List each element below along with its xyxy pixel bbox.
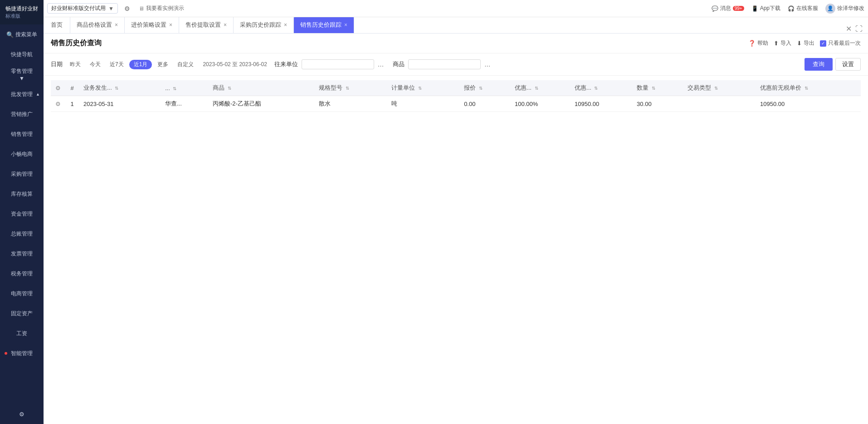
message-btn[interactable]: 💬 消息 99+ [712, 5, 744, 12]
sidebar-item-purchase[interactable]: 采购管理 [0, 164, 44, 184]
query-button[interactable]: 查询 [805, 58, 833, 71]
sidebar-item-tax[interactable]: 税务管理 [0, 264, 44, 284]
demo-label: 我要看实例演示 [146, 5, 184, 12]
online-service-btn[interactable]: 🎧 在线客服 [788, 5, 818, 12]
message-label: 消息 [720, 5, 731, 12]
import-icon: ⬆ [774, 40, 779, 47]
user-name: 徐泽华修改 [837, 5, 864, 12]
row-product: 丙烯酸-2-乙基己酯 [208, 96, 314, 112]
settings-button[interactable]: 设置 [835, 58, 861, 71]
col-discount1[interactable]: 优惠... ⇅ [510, 80, 570, 96]
sort-icon: ⇅ [115, 86, 118, 91]
partner-input[interactable] [302, 59, 374, 69]
sidebar-item-marketing[interactable]: 营销推广 [0, 104, 44, 124]
sidebar-item-label: 资金管理 [11, 210, 33, 218]
page-content: 销售历史价查询 ❓ 帮助 ⬆ 导入 ⬇ 导出 ✓ 只看最后一次 [44, 34, 868, 424]
sidebar-item-inventory[interactable]: 库存核算 [0, 184, 44, 204]
tab-purchase-history[interactable]: 采购历史价跟踪 × [234, 17, 294, 33]
partner-filter-group: 往来单位 ... [274, 59, 385, 69]
page-title: 销售历史价查询 [51, 39, 102, 48]
product-input[interactable] [408, 59, 481, 69]
row-trade-type [683, 96, 756, 112]
tab-close-icon[interactable]: × [344, 22, 347, 28]
tab-purchase-strategy[interactable]: 进价策略设置 × [125, 17, 179, 33]
app-download-label: App下载 [760, 5, 780, 12]
tab-label: 进价策略设置 [131, 21, 166, 29]
sidebar-item-label: 采购管理 [11, 170, 33, 178]
export-btn[interactable]: ⬇ 导出 [797, 39, 814, 47]
col-quantity[interactable]: 数量 ⇅ [632, 80, 683, 96]
partner-picker-btn[interactable]: ... [376, 60, 385, 68]
sort-icon: ⇅ [805, 86, 808, 91]
sidebar-item-sales[interactable]: 销售管理 [0, 124, 44, 144]
row-biz-date: 2023-05-31 [79, 96, 161, 112]
sidebar-item-quick-nav[interactable]: 快捷导航 [0, 44, 44, 64]
version-selector[interactable]: 好业财标准版交付试用 ▼ [47, 3, 118, 14]
sidebar-item-label: 零售管理 [11, 67, 33, 75]
product-label: 商品 [393, 60, 405, 68]
col-gear[interactable]: ⚙ [51, 80, 65, 96]
product-picker-btn[interactable]: ... [483, 60, 492, 68]
sidebar-item-ledger[interactable]: 总账管理 [0, 224, 44, 244]
row-gear[interactable]: ⚙ [51, 96, 65, 112]
app-logo-sub: 标准版 [5, 13, 38, 19]
sidebar-item-fixed-assets[interactable]: 固定资产 [0, 304, 44, 323]
col-spec[interactable]: 规格型号 ⇅ [314, 80, 387, 96]
col-pretax-price[interactable]: 优惠前无税单价 ⇅ [756, 80, 861, 96]
sidebar-item-ai[interactable]: 智能管理 [0, 343, 44, 363]
tab-close-icon[interactable]: × [224, 22, 227, 28]
import-btn[interactable]: ⬆ 导入 [774, 39, 791, 47]
close-window-btn[interactable]: ✕ [844, 24, 853, 33]
sort-icon: ⇅ [418, 86, 422, 91]
sidebar-item-label: 销售管理 [11, 130, 33, 138]
sidebar-item-label: 营销推广 [11, 111, 33, 118]
tab-product-price[interactable]: 商品价格设置 × [70, 17, 125, 33]
col-list-price[interactable]: 报价 ⇅ [459, 80, 510, 96]
last-only-checkbox[interactable]: ✓ 只看最后一次 [820, 39, 861, 47]
search-bar: 日期 昨天 今天 近7天 近1月 更多 自定义 2023-05-02 至 202… [44, 53, 868, 76]
sidebar-item-salary[interactable]: 工资 [0, 323, 44, 343]
date-btn-today[interactable]: 今天 [86, 60, 104, 69]
app-download-btn[interactable]: 📱 App下载 [751, 5, 780, 12]
tab-close-icon[interactable]: × [115, 22, 118, 28]
date-btn-custom[interactable]: 自定义 [174, 60, 197, 69]
date-btn-more[interactable]: 更多 [154, 60, 172, 69]
row-spec: 散水 [314, 96, 387, 112]
message-icon: 💬 [712, 5, 718, 12]
date-btn-1month[interactable]: 近1月 [129, 60, 152, 69]
page-header: 销售历史价查询 ❓ 帮助 ⬆ 导入 ⬇ 导出 ✓ 只看最后一次 [44, 34, 868, 53]
user-menu[interactable]: 👤 徐泽华修改 [825, 4, 864, 14]
col-biz-date[interactable]: 业务发生... ⇅ [79, 80, 161, 96]
row-quantity: 30.00 [632, 96, 683, 112]
tabs-bar: 首页 商品价格设置 × 进价策略设置 × 售价提取设置 × 采购历史价跟踪 × … [44, 17, 868, 34]
tab-home[interactable]: 首页 [44, 17, 70, 33]
sidebar-settings-btn[interactable]: ⚙ [0, 404, 44, 424]
table-row: ⚙ 1 2023-05-31 华查... 丙烯酸-2-乙基己酯 散水 吨 0.0… [51, 96, 861, 112]
col-more[interactable]: ... ⇅ [161, 80, 208, 96]
sidebar-item-invoice[interactable]: 发票管理 [0, 244, 44, 264]
sidebar-item-wholesale[interactable]: 批发管理 [0, 84, 44, 104]
col-discount2[interactable]: 优惠... ⇅ [570, 80, 632, 96]
sidebar-item-label: 库存核算 [11, 190, 33, 198]
sidebar-item-retail[interactable]: 零售管理 [0, 64, 44, 84]
sidebar-search[interactable]: 🔍 搜索菜单 [0, 24, 44, 44]
topbar-gear-btn[interactable]: ⚙ [122, 3, 133, 14]
sidebar-item-ecommerce[interactable]: 电商管理 [0, 284, 44, 304]
tab-label: 商品价格设置 [77, 21, 112, 29]
tab-sales-history[interactable]: 销售历史价跟踪 × [294, 17, 354, 33]
maximize-window-btn[interactable]: ⛶ [853, 25, 864, 33]
col-unit[interactable]: 计量单位 ⇅ [387, 80, 459, 96]
last-only-label: 只看最后一次 [828, 39, 861, 47]
sidebar-item-ecommerce-small[interactable]: 小畅电商 [0, 144, 44, 164]
date-btn-yesterday[interactable]: 昨天 [66, 60, 84, 69]
date-btn-7days[interactable]: 近7天 [106, 60, 127, 69]
tab-price-extract[interactable]: 售价提取设置 × [179, 17, 234, 33]
help-btn[interactable]: ❓ 帮助 [748, 39, 768, 47]
demo-btn[interactable]: 🖥 我要看实例演示 [139, 5, 184, 12]
tab-close-icon[interactable]: × [169, 22, 172, 28]
sidebar-item-finance[interactable]: 资金管理 [0, 204, 44, 224]
col-trade-type[interactable]: 交易类型 ⇅ [683, 80, 756, 96]
col-product[interactable]: 商品 ⇅ [208, 80, 314, 96]
row-discount1: 100.00% [510, 96, 570, 112]
tab-close-icon[interactable]: × [284, 22, 287, 28]
